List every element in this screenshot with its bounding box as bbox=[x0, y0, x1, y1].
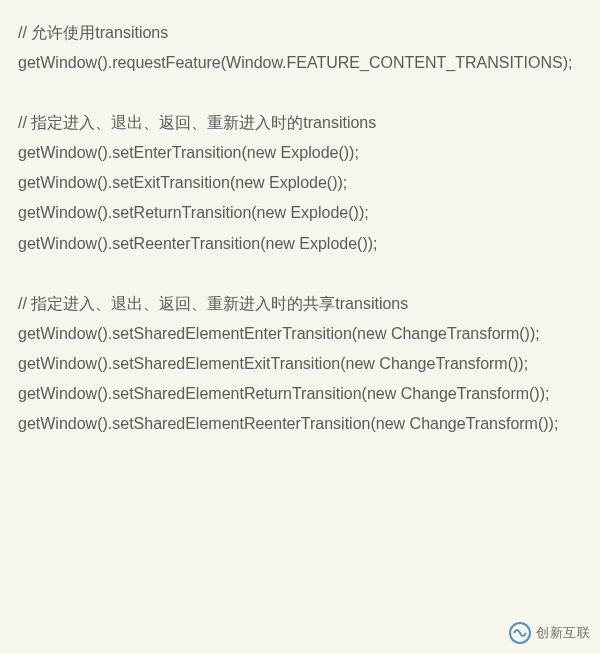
watermark-text: 创新互联 bbox=[536, 621, 590, 645]
code-snippet: // 允许使用transitions getWindow().requestFe… bbox=[18, 18, 582, 439]
watermark: 创新互联 bbox=[508, 621, 590, 645]
watermark-logo-icon bbox=[508, 621, 532, 645]
